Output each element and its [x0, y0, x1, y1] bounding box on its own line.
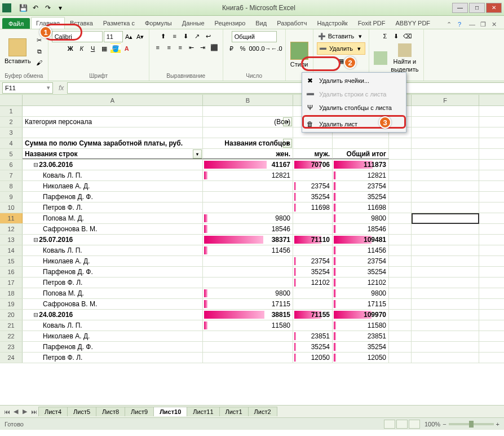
- cell[interactable]: [389, 149, 412, 159]
- cell[interactable]: [412, 288, 479, 298]
- cell[interactable]: [412, 160, 479, 170]
- cell[interactable]: [333, 138, 389, 148]
- sheet-tab[interactable]: Лист8: [96, 407, 125, 416]
- cell[interactable]: Петров Ф. Л.: [23, 202, 203, 213]
- cell[interactable]: ⊟23.06.2016: [23, 160, 203, 170]
- sheet-nav-next-icon[interactable]: ▶: [20, 407, 29, 416]
- insert-cells-label[interactable]: Вставить: [328, 33, 355, 39]
- increase-decimal-icon[interactable]: .0→: [260, 43, 271, 54]
- cell[interactable]: [412, 256, 479, 266]
- cell[interactable]: [293, 299, 333, 309]
- cell[interactable]: Сумма по полю Сумма заработной платы, ру…: [23, 138, 203, 148]
- cell[interactable]: [389, 278, 412, 288]
- zoom-slider[interactable]: [449, 423, 494, 425]
- row-header[interactable]: 13: [0, 235, 23, 245]
- decrease-indent-icon[interactable]: ⇤: [187, 42, 197, 52]
- row-header[interactable]: 3: [0, 127, 23, 138]
- cell[interactable]: [389, 342, 412, 352]
- zoom-in-icon[interactable]: +: [496, 421, 499, 428]
- cell[interactable]: [389, 138, 412, 148]
- underline-button[interactable]: Ч: [88, 43, 98, 54]
- cell[interactable]: [412, 117, 479, 127]
- row-header[interactable]: 21: [0, 320, 23, 331]
- cell[interactable]: Парфенов Д. Ф.: [23, 267, 203, 277]
- collapse-ribbon-icon[interactable]: ⌃: [446, 21, 454, 29]
- help-icon[interactable]: ?: [458, 21, 466, 29]
- view-layout-icon[interactable]: [396, 420, 408, 429]
- sheet-tab[interactable]: Лист4: [38, 407, 68, 416]
- menu-delete-cols[interactable]: Ψ Удалить столбцы с листа: [303, 101, 405, 114]
- cell[interactable]: [203, 106, 293, 116]
- cell[interactable]: [389, 181, 412, 191]
- cell[interactable]: [293, 288, 333, 298]
- align-bottom-icon[interactable]: ⬇: [181, 31, 191, 41]
- cell[interactable]: 11698: [293, 202, 333, 213]
- cell[interactable]: 35254: [293, 267, 333, 277]
- sheet-tab[interactable]: Лист2: [248, 407, 277, 416]
- row-header[interactable]: 16: [0, 267, 23, 277]
- cell[interactable]: 12050: [333, 353, 389, 363]
- insert-dropdown-icon[interactable]: ▾: [355, 31, 365, 41]
- sheet-tab[interactable]: Лист11: [187, 407, 219, 416]
- copy-icon[interactable]: ⧉: [34, 46, 45, 56]
- number-format-combo[interactable]: [232, 31, 277, 42]
- cell[interactable]: [412, 224, 479, 234]
- cell[interactable]: Парфенов Д. Ф.: [23, 192, 203, 202]
- cell[interactable]: [412, 235, 479, 245]
- font-size-combo[interactable]: [104, 31, 123, 42]
- cell[interactable]: [412, 342, 479, 352]
- collapse-icon[interactable]: ⊟: [34, 236, 38, 244]
- cell[interactable]: [412, 192, 479, 202]
- cell[interactable]: 12050: [293, 353, 333, 363]
- delete-cells-icon[interactable]: ➖: [318, 43, 328, 54]
- col-header-b[interactable]: B: [203, 95, 293, 105]
- shrink-font-icon[interactable]: A▾: [135, 32, 145, 42]
- cell[interactable]: [203, 181, 293, 191]
- cell[interactable]: 38815: [203, 310, 293, 320]
- collapse-icon[interactable]: ⊟: [34, 161, 38, 169]
- cell[interactable]: [203, 256, 293, 266]
- cell[interactable]: 11698: [333, 202, 389, 213]
- cell[interactable]: 12821: [203, 170, 293, 180]
- cell[interactable]: (Все)▾: [203, 117, 293, 127]
- cell[interactable]: Николаев А. Д.: [23, 331, 203, 341]
- name-box[interactable]: F11▾: [2, 82, 53, 94]
- bold-button[interactable]: Ж: [65, 43, 76, 54]
- cell[interactable]: 35254: [333, 192, 389, 202]
- cell[interactable]: 23851: [333, 331, 389, 341]
- cell[interactable]: 18546: [203, 224, 293, 234]
- sheet-nav-prev-icon[interactable]: ◀: [11, 407, 20, 416]
- cell[interactable]: Названия столбцов▾: [203, 138, 293, 148]
- fill-color-icon[interactable]: 🪣: [110, 43, 121, 54]
- tab-developer[interactable]: Разработч: [272, 17, 312, 29]
- cell[interactable]: [412, 106, 479, 116]
- cell[interactable]: [389, 299, 412, 309]
- tab-view[interactable]: Вид: [250, 17, 272, 29]
- row-header[interactable]: 1: [0, 106, 23, 116]
- cell[interactable]: Сафронова В. М.: [23, 299, 203, 309]
- cell[interactable]: Петров Ф. Л.: [23, 278, 203, 288]
- cell[interactable]: [412, 299, 479, 309]
- cell[interactable]: [389, 267, 412, 277]
- cell[interactable]: Коваль Л. П.: [23, 245, 203, 256]
- wrap-text-icon[interactable]: ↩: [204, 31, 214, 41]
- row-header[interactable]: 9: [0, 192, 23, 202]
- cell[interactable]: [389, 224, 412, 234]
- minimize-button[interactable]: —: [452, 3, 468, 13]
- cell[interactable]: [23, 127, 203, 138]
- cell[interactable]: [203, 202, 293, 213]
- doc-close-icon[interactable]: ✕: [492, 21, 499, 29]
- orientation-icon[interactable]: ↗: [192, 31, 202, 41]
- row-header[interactable]: 17: [0, 278, 23, 288]
- cell[interactable]: [412, 267, 479, 277]
- cell[interactable]: 70706: [293, 160, 333, 170]
- cell[interactable]: [412, 149, 479, 159]
- row-header[interactable]: 15: [0, 256, 23, 266]
- cell[interactable]: [412, 213, 479, 223]
- doc-restore-icon[interactable]: ❐: [480, 21, 488, 29]
- filter-dropdown-icon[interactable]: ▾: [193, 149, 202, 158]
- view-break-icon[interactable]: [409, 420, 420, 429]
- cell[interactable]: 38371: [203, 235, 293, 245]
- sheet-nav-last-icon[interactable]: ⏭: [29, 407, 38, 416]
- cell[interactable]: [203, 267, 293, 277]
